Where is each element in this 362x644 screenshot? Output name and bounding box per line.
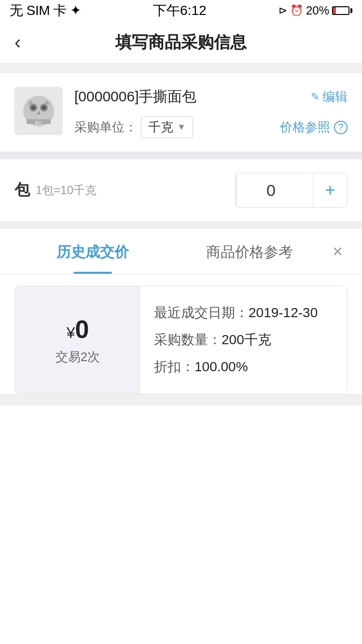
unit-value: 千克: [148, 119, 173, 136]
unit-dropdown[interactable]: 千克 ▼: [141, 116, 193, 138]
info-icon: ?: [334, 121, 348, 134]
price-ref-label: 价格参照: [280, 119, 330, 136]
trade-price: ¥0: [67, 315, 89, 344]
edit-icon: ✎: [311, 91, 320, 103]
tab-history-price[interactable]: 历史成交价: [14, 229, 171, 274]
time-text: 下午6:12: [153, 1, 207, 20]
discount-row: 折扣：100.00%: [154, 357, 334, 377]
product-name: [0000006]手撕面包: [74, 87, 196, 107]
status-bar: 无 SIM 卡 ✦ 下午6:12 ⊳ ⏰ 20%: [0, 0, 362, 21]
chevron-down-icon: ▼: [177, 122, 186, 132]
quantity-label: 包 1包=10千克: [14, 180, 97, 201]
purchase-qty-value: 200千克: [222, 332, 271, 347]
nav-bar: ‹ 填写商品采购信息: [0, 21, 362, 64]
quantity-unit: 包: [14, 180, 30, 201]
location-icon: ⊳: [278, 4, 287, 17]
trade-price-value: 0: [75, 315, 89, 343]
quantity-convert: 1包=10千克: [36, 182, 97, 198]
tabs-container: 历史成交价 商品价格参考 × ¥0 交易2次 最近成交日期：2019-12-30…: [0, 229, 362, 394]
page-background: [0, 406, 362, 644]
section-divider: [0, 152, 362, 159]
trade-count: 交易2次: [56, 349, 100, 365]
battery-percent: 20%: [306, 4, 329, 17]
recent-date-label: 最近成交日期：: [154, 305, 249, 320]
recent-date-row: 最近成交日期：2019-12-30: [154, 303, 334, 323]
status-right: ⊳ ⏰ 20%: [278, 4, 352, 17]
alarm-icon: ⏰: [290, 4, 303, 17]
unit-selector: 采购单位： 千克 ▼: [74, 116, 193, 138]
carrier-text: 无 SIM 卡 ✦: [10, 1, 81, 20]
battery-icon: [332, 6, 352, 15]
product-card: 数计 [0000006]手撕面包 ✎ 编辑 采购单位： 千克 ▼: [0, 73, 362, 152]
quantity-plus-button[interactable]: +: [313, 173, 347, 207]
quantity-input[interactable]: [236, 173, 313, 207]
unit-label: 采购单位：: [74, 119, 137, 136]
trade-card-right: 最近成交日期：2019-12-30 采购数量：200千克 折扣：100.00%: [140, 286, 347, 393]
purchase-qty-row: 采购数量：200千克: [154, 330, 334, 350]
product-name-row: [0000006]手撕面包 ✎ 编辑: [74, 87, 348, 107]
trade-card: ¥0 交易2次 最近成交日期：2019-12-30 采购数量：200千克 折扣：…: [14, 286, 348, 394]
discount-label: 折扣：: [154, 359, 195, 374]
trade-card-left: ¥0 交易2次: [15, 286, 140, 393]
edit-label: 编辑: [322, 88, 348, 105]
page-title: 填写商品采购信息: [115, 31, 247, 54]
product-logo-svg: 数计: [22, 94, 56, 128]
svg-point-3: [31, 106, 35, 110]
tabs-header: 历史成交价 商品价格参考 ×: [0, 229, 362, 274]
tab-product-price-ref[interactable]: 商品价格参考: [171, 229, 327, 274]
price-reference-button[interactable]: 价格参照 ?: [280, 119, 348, 136]
svg-text:数计: 数计: [35, 121, 42, 124]
product-header: 数计 [0000006]手撕面包 ✎ 编辑 采购单位： 千克 ▼: [14, 87, 348, 138]
currency-symbol: ¥: [67, 324, 75, 341]
product-unit-row: 采购单位： 千克 ▼ 价格参照 ?: [74, 116, 348, 138]
quantity-row: 包 1包=10千克 +: [0, 159, 362, 221]
product-thumbnail: 数计: [14, 87, 63, 135]
discount-value: 100.00%: [195, 359, 248, 374]
quantity-control: +: [236, 173, 348, 208]
recent-date-value: 2019-12-30: [249, 305, 318, 320]
tabs-close-button[interactable]: ×: [328, 232, 348, 271]
back-button[interactable]: ‹: [10, 27, 26, 58]
purchase-qty-label: 采购数量：: [154, 332, 222, 347]
product-info: [0000006]手撕面包 ✎ 编辑 采购单位： 千克 ▼ 价格参照 ?: [74, 87, 348, 138]
svg-point-4: [42, 106, 46, 110]
edit-button[interactable]: ✎ 编辑: [311, 88, 348, 105]
